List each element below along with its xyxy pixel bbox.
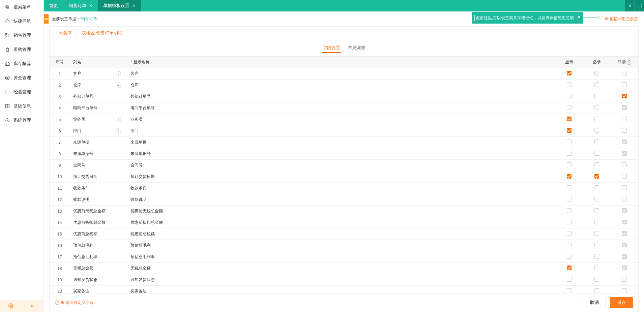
cell-display-name[interactable]: 优惠前总税额 xyxy=(127,228,555,240)
checkbox-required[interactable] xyxy=(594,254,599,259)
cell-display-name[interactable]: 预计交货日期 xyxy=(127,171,555,182)
checkbox-readonly[interactable] xyxy=(622,288,627,293)
checkbox-readonly[interactable] xyxy=(622,197,627,201)
add-icon[interactable]: + xyxy=(116,71,121,76)
checkbox-show[interactable] xyxy=(567,220,572,224)
checkbox-required[interactable] xyxy=(594,288,599,293)
tooltip-close-button[interactable]: ✕ xyxy=(577,14,581,20)
checkbox-show[interactable] xyxy=(567,288,572,293)
checkbox-show[interactable] xyxy=(567,277,572,282)
checkbox-readonly[interactable] xyxy=(622,162,627,167)
section-tab[interactable]: 表体区-销售订单明细 xyxy=(77,27,127,40)
cell-display-name[interactable]: 仓库 xyxy=(127,80,555,91)
checkbox-required[interactable] xyxy=(594,139,599,144)
tab-close-icon[interactable]: ✕ xyxy=(132,3,136,8)
tab-close-icon[interactable]: ✕ xyxy=(89,3,92,8)
checkbox-required[interactable] xyxy=(594,231,599,236)
cell-display-name[interactable]: 优惠前折扣总金额 xyxy=(127,217,555,228)
cell-display-name[interactable]: 通知发货状态 xyxy=(127,274,555,285)
cell-display-name[interactable]: 无税总金额 xyxy=(127,263,555,274)
checkbox-show[interactable] xyxy=(567,231,572,236)
add-icon[interactable]: + xyxy=(116,128,121,134)
checkbox-show[interactable] xyxy=(567,105,572,110)
checkbox-required[interactable] xyxy=(594,277,599,282)
cell-display-name[interactable]: 买家备注 xyxy=(127,286,555,293)
sidebar-item-gear-dashed[interactable]: 系统管理 xyxy=(0,113,43,127)
cell-display-name[interactable]: 预估总毛利 xyxy=(127,240,555,251)
add-icon[interactable]: + xyxy=(116,83,121,88)
checkbox-show[interactable] xyxy=(567,254,572,259)
checkbox-show[interactable] xyxy=(567,82,572,87)
cell-display-name[interactable]: 预估总毛利率 xyxy=(127,251,555,262)
add-icon[interactable]: + xyxy=(116,117,121,122)
memory-summary-link[interactable]: ⚙ 记忆和汇总设置 xyxy=(605,16,640,22)
expand-handle[interactable]: ≫ xyxy=(44,14,49,24)
sidebar-item-tag[interactable]: 销售管理 xyxy=(0,28,43,42)
cancel-button[interactable]: 取消 xyxy=(583,297,606,308)
sidebar-item-home[interactable]: 快捷导航 xyxy=(0,14,43,28)
fullscreen-button[interactable]: ⛶ xyxy=(635,0,644,11)
checkbox-readonly[interactable] xyxy=(622,94,627,98)
cell-display-name[interactable]: 收款说明 xyxy=(127,194,555,205)
section-tab[interactable]: 表头区 xyxy=(54,27,77,40)
checkbox-required[interactable] xyxy=(594,82,599,87)
cell-display-name[interactable]: 电商平台单号 xyxy=(127,102,555,114)
sub-tab[interactable]: 布局调整 xyxy=(347,43,366,53)
checkbox-show[interactable] xyxy=(567,151,572,156)
cell-display-name[interactable]: 业务员 xyxy=(127,114,555,125)
checkbox-show[interactable] xyxy=(567,71,572,75)
checkbox-required[interactable] xyxy=(594,117,599,121)
tab-单据模板设置[interactable]: 单据模板设置✕ xyxy=(98,0,141,11)
tab-首页[interactable]: 首页 xyxy=(44,0,63,11)
tab-close-all-button[interactable]: ✕ xyxy=(625,0,635,11)
settings-button[interactable] xyxy=(0,300,22,312)
checkbox-show[interactable] xyxy=(567,197,572,201)
checkbox-required[interactable] xyxy=(594,162,599,167)
checkbox-show[interactable] xyxy=(567,208,572,213)
checkbox-show[interactable] xyxy=(567,128,572,133)
checkbox-readonly[interactable] xyxy=(622,82,627,87)
help-icon[interactable]: ? xyxy=(627,60,631,65)
cell-display-name[interactable]: 来源单据 xyxy=(127,137,555,148)
sidebar-item-bag[interactable]: 采购管理 xyxy=(0,42,43,57)
checkbox-show[interactable] xyxy=(567,266,572,270)
manage-custom-fields-link[interactable]: ? ⚙ 管理自定义字段 xyxy=(55,300,94,306)
sidebar-item-money[interactable]: 资金管理 xyxy=(0,71,43,85)
sidebar-item-warehouse[interactable]: 库存核算 xyxy=(0,57,43,71)
sidebar-item-grid[interactable]: 基础信息 xyxy=(0,99,43,113)
checkbox-readonly[interactable] xyxy=(622,277,627,282)
checkbox-required[interactable] xyxy=(594,220,599,224)
checkbox-required[interactable] xyxy=(594,151,599,156)
cell-display-name[interactable]: 客户 xyxy=(127,68,555,79)
checkbox-readonly[interactable] xyxy=(622,128,627,133)
checkbox-required[interactable] xyxy=(594,266,599,270)
checkbox-required[interactable] xyxy=(594,94,599,98)
checkbox-show[interactable] xyxy=(567,243,572,247)
checkbox-required[interactable] xyxy=(594,128,599,133)
checkbox-show[interactable] xyxy=(567,185,572,190)
sidebar-item-search[interactable]: 搜索菜单 xyxy=(0,0,43,14)
checkbox-readonly[interactable] xyxy=(622,185,627,190)
checkbox-show[interactable] xyxy=(567,162,572,167)
cell-display-name[interactable]: 收款条件 xyxy=(127,183,555,194)
checkbox-required[interactable] xyxy=(594,174,599,179)
sub-tab[interactable]: 字段设置 xyxy=(322,43,341,53)
cell-display-name[interactable]: 优惠前无税总金额 xyxy=(127,206,555,217)
cell-display-name[interactable]: 部门 xyxy=(127,125,555,136)
cell-display-name[interactable]: 合同号 xyxy=(127,160,555,171)
save-button[interactable]: 保存 xyxy=(610,297,633,308)
checkbox-required[interactable] xyxy=(594,185,599,190)
cell-display-name[interactable]: 来源单据号 xyxy=(127,148,555,159)
checkbox-show[interactable] xyxy=(567,117,572,121)
cell-display-name[interactable]: 外部订单号 xyxy=(127,91,555,102)
checkbox-required[interactable] xyxy=(594,243,599,247)
checkbox-show[interactable] xyxy=(567,94,572,98)
collapse-sidebar-button[interactable] xyxy=(22,300,43,312)
checkbox-required[interactable] xyxy=(594,208,599,213)
checkbox-show[interactable] xyxy=(567,174,572,179)
checkbox-required[interactable] xyxy=(594,197,599,201)
sidebar-item-report[interactable]: 经营管理 xyxy=(0,85,43,99)
tab-销售订单[interactable]: 销售订单✕ xyxy=(63,0,98,11)
checkbox-required[interactable] xyxy=(594,105,599,110)
checkbox-readonly[interactable] xyxy=(622,174,627,179)
